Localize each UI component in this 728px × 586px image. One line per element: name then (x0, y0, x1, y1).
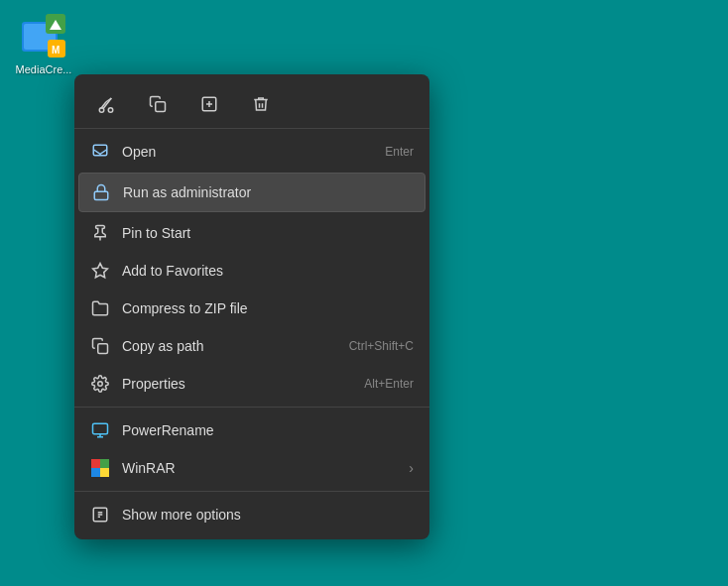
power-rename-icon (90, 420, 110, 440)
power-rename-label: PowerRename (122, 422, 414, 438)
context-menu: Open Enter Run as administrator Pin to S… (74, 74, 429, 539)
properties-label: Properties (122, 376, 364, 392)
menu-item-open[interactable]: Open Enter (74, 133, 429, 171)
winrar-icon (90, 458, 110, 478)
menu-item-winrar[interactable]: WinRAR › (74, 449, 429, 487)
pin-icon (90, 223, 110, 243)
winrar-label: WinRAR (122, 460, 401, 476)
menu-item-copy-as-path[interactable]: Copy as path Ctrl+Shift+C (74, 327, 429, 365)
menu-item-compress-zip[interactable]: Compress to ZIP file (74, 290, 429, 327)
zip-icon (90, 298, 110, 318)
menu-item-run-as-admin[interactable]: Run as administrator (78, 173, 425, 212)
run-as-admin-label: Run as administrator (123, 184, 413, 200)
copy-as-path-label: Copy as path (122, 338, 349, 354)
admin-icon (91, 182, 111, 202)
add-favorites-label: Add to Favorites (122, 263, 414, 279)
open-label: Open (122, 144, 385, 160)
cut-button[interactable] (90, 88, 122, 120)
rename-button[interactable] (193, 88, 225, 120)
svg-text:M: M (52, 45, 60, 56)
svg-point-7 (108, 108, 113, 113)
open-icon (90, 142, 110, 162)
svg-rect-27 (100, 468, 109, 477)
svg-rect-11 (156, 102, 166, 112)
open-shortcut: Enter (385, 145, 414, 159)
menu-item-power-rename[interactable]: PowerRename (74, 411, 429, 449)
show-more-options-label: Show more options (122, 507, 414, 523)
properties-icon (90, 374, 110, 394)
svg-rect-19 (98, 344, 108, 354)
delete-button[interactable] (245, 88, 277, 120)
copy-path-icon (90, 336, 110, 356)
svg-rect-26 (91, 468, 100, 477)
menu-item-pin-to-start[interactable]: Pin to Start (74, 214, 429, 252)
svg-rect-25 (100, 459, 109, 468)
menu-item-show-more-options[interactable]: Show more options (74, 496, 429, 533)
svg-rect-24 (91, 459, 100, 468)
divider-2 (74, 491, 429, 492)
context-menu-toolbar (74, 80, 429, 129)
pin-to-start-label: Pin to Start (122, 225, 414, 241)
media-creator-icon: M (20, 12, 67, 59)
show-more-icon (90, 505, 110, 525)
winrar-arrow: › (409, 460, 414, 476)
copy-button[interactable] (142, 88, 174, 120)
desktop-icon-label: MediaCre... (16, 63, 72, 75)
svg-rect-16 (94, 191, 108, 199)
svg-marker-18 (93, 264, 108, 278)
star-icon (90, 261, 110, 281)
compress-zip-label: Compress to ZIP file (122, 300, 414, 316)
svg-rect-21 (93, 423, 108, 434)
divider-1 (74, 407, 429, 408)
copy-as-path-shortcut: Ctrl+Shift+C (349, 339, 414, 353)
menu-item-properties[interactable]: Properties Alt+Enter (74, 365, 429, 403)
properties-shortcut: Alt+Enter (364, 377, 414, 391)
menu-item-add-favorites[interactable]: Add to Favorites (74, 252, 429, 290)
desktop-icon-mediacreator[interactable]: M MediaCre... (8, 12, 79, 75)
svg-point-20 (98, 382, 103, 387)
